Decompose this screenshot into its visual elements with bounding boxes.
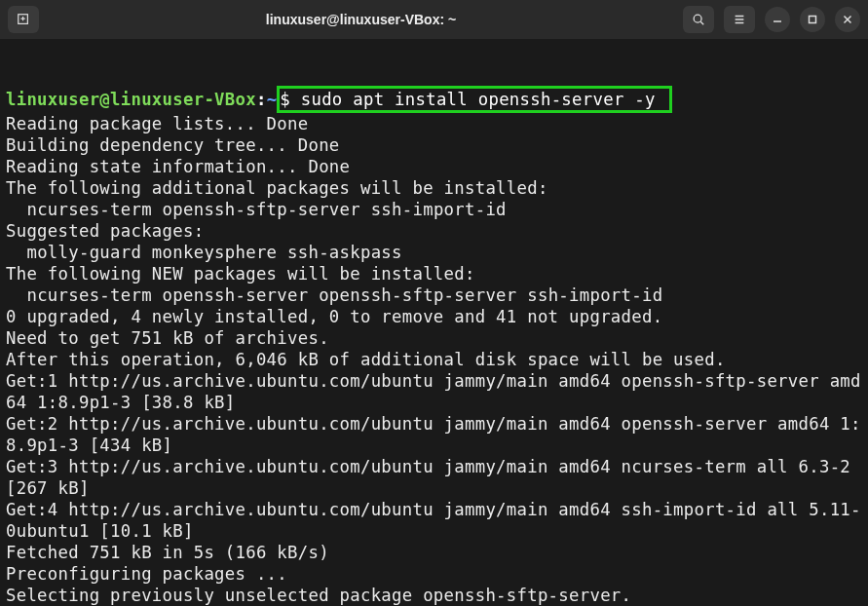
- output-line: Preconfiguring packages ...: [6, 563, 862, 585]
- svg-point-1: [694, 15, 701, 22]
- prompt-user-host: linuxuser@linuxuser-VBox: [6, 90, 256, 109]
- output-line: Get:2 http://us.archive.ubuntu.com/ubunt…: [6, 413, 862, 456]
- new-tab-button[interactable]: [8, 6, 39, 33]
- output-line: molly-guard monkeysphere ssh-askpass: [6, 242, 862, 263]
- output-line: Get:1 http://us.archive.ubuntu.com/ubunt…: [6, 370, 862, 413]
- terminal-content[interactable]: linuxuser@linuxuser-VBox:~$ sudo apt ins…: [0, 39, 868, 606]
- output-line: The following additional packages will b…: [6, 177, 862, 199]
- command-highlight: $ sudo apt install openssh-server -y: [277, 86, 672, 113]
- output-line: Building dependency tree... Done: [6, 134, 862, 156]
- maximize-button[interactable]: [800, 7, 825, 32]
- output-line: Get:3 http://us.archive.ubuntu.com/ubunt…: [6, 456, 862, 499]
- prompt-separator: :: [256, 90, 267, 109]
- command-text: $ sudo apt install openssh-server -y: [280, 90, 655, 109]
- svg-rect-4: [810, 17, 816, 23]
- hamburger-icon: [733, 13, 746, 26]
- prompt-path: ~: [267, 90, 278, 109]
- output-line: 0 upgraded, 4 newly installed, 0 to remo…: [6, 306, 862, 327]
- output-line: Get:4 http://us.archive.ubuntu.com/ubunt…: [6, 499, 862, 542]
- search-icon: [692, 13, 705, 26]
- window-titlebar: linuxuser@linuxuser-VBox: ~: [0, 0, 868, 39]
- output-line: ncurses-term openssh-sftp-server ssh-imp…: [6, 199, 862, 220]
- output-line: Reading state information... Done: [6, 156, 862, 177]
- minimize-button[interactable]: [765, 7, 790, 32]
- close-icon: [843, 15, 852, 24]
- output-line: Suggested packages:: [6, 220, 862, 242]
- menu-button[interactable]: [724, 6, 755, 33]
- output-line: Reading package lists... Done: [6, 113, 862, 134]
- window-title: linuxuser@linuxuser-VBox: ~: [47, 12, 675, 27]
- output-line: The following NEW packages will be insta…: [6, 263, 862, 284]
- output-line: ncurses-term openssh-server openssh-sftp…: [6, 284, 862, 306]
- output-line: Selecting previously unselected package …: [6, 585, 862, 606]
- new-tab-icon: [17, 13, 30, 26]
- svg-line-2: [700, 21, 703, 24]
- search-button[interactable]: [683, 6, 714, 33]
- terminal-output: Reading package lists... DoneBuilding de…: [6, 113, 862, 606]
- maximize-icon: [808, 15, 817, 24]
- output-line: After this operation, 6,046 kB of additi…: [6, 349, 862, 370]
- minimize-icon: [773, 15, 782, 24]
- prompt-line: linuxuser@linuxuser-VBox:~$ sudo apt ins…: [6, 86, 862, 113]
- output-line: Fetched 751 kB in 5s (166 kB/s): [6, 542, 862, 563]
- close-button[interactable]: [835, 7, 860, 32]
- output-line: Need to get 751 kB of archives.: [6, 327, 862, 349]
